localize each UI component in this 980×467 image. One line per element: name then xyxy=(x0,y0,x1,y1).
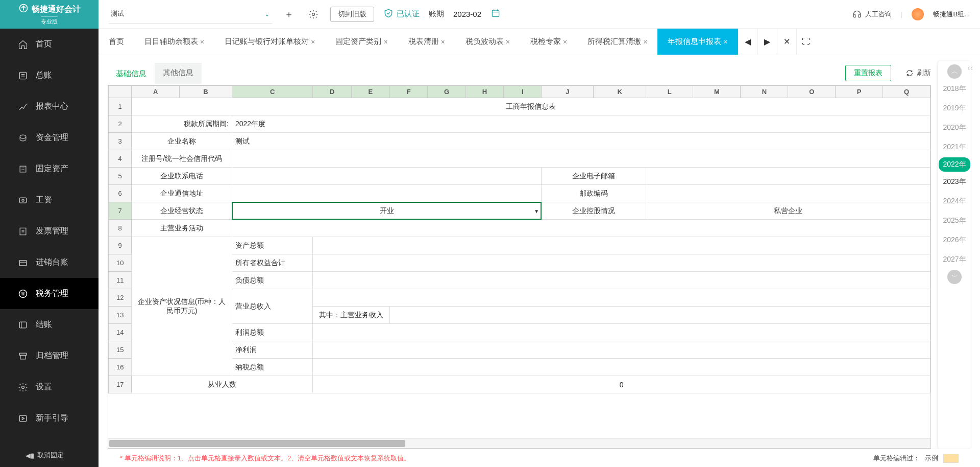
year-option[interactable]: 2020年 xyxy=(940,119,969,137)
year-scroll-up[interactable]: ︿ xyxy=(947,64,962,79)
row-header[interactable]: 2 xyxy=(109,115,132,133)
row-header[interactable]: 5 xyxy=(109,168,132,185)
close-icon[interactable]: × xyxy=(441,38,445,46)
cell-value[interactable] xyxy=(646,168,930,185)
year-option[interactable]: 2018年 xyxy=(940,80,969,98)
cell-value[interactable] xyxy=(313,359,930,376)
row-header[interactable]: 10 xyxy=(109,254,132,272)
tab-scroll-left[interactable]: ◀ xyxy=(738,29,757,55)
scrollbar-thumb[interactable] xyxy=(109,440,405,447)
col-header[interactable]: G xyxy=(428,86,466,98)
row-header[interactable]: 9 xyxy=(109,237,132,254)
tab-scroll-right[interactable]: ▶ xyxy=(757,29,777,55)
horizontal-scrollbar[interactable] xyxy=(108,438,930,448)
row-header[interactable]: 1 xyxy=(109,98,132,115)
col-header[interactable]: L xyxy=(646,86,693,98)
close-icon[interactable]: × xyxy=(563,38,567,46)
sidebar-item-reports[interactable]: 报表中心 xyxy=(0,91,99,122)
tab-tax-expert[interactable]: 税检专家× xyxy=(520,29,577,55)
year-option[interactable]: 2023年 xyxy=(940,173,969,191)
year-option[interactable]: 2022年 xyxy=(939,157,970,172)
row-header[interactable]: 6 xyxy=(109,185,132,202)
tab-home[interactable]: 首页 xyxy=(99,29,134,55)
row-header[interactable]: 17 xyxy=(109,376,132,393)
sidebar-item-funds[interactable]: 资金管理 xyxy=(0,122,99,153)
close-icon[interactable]: × xyxy=(643,38,647,46)
col-header[interactable]: A xyxy=(132,86,180,98)
refresh-button[interactable]: 刷新 xyxy=(905,68,931,78)
tab-income-tax[interactable]: 所得税汇算清缴× xyxy=(577,29,657,55)
year-option[interactable]: 2019年 xyxy=(940,99,969,118)
col-header[interactable]: F xyxy=(389,86,427,98)
subtab-other[interactable]: 其他信息 xyxy=(155,63,202,84)
sidebar-item-inventory[interactable]: 进销台账 xyxy=(0,247,99,278)
row-header[interactable]: 15 xyxy=(109,341,132,359)
cell-value[interactable] xyxy=(389,307,930,324)
col-header[interactable]: P xyxy=(836,86,883,98)
col-header[interactable]: C xyxy=(232,86,313,98)
period-value[interactable]: 2023-02 xyxy=(453,10,481,18)
tab-tax-fluc[interactable]: 税负波动表× xyxy=(455,29,520,55)
cell-value[interactable] xyxy=(313,289,930,307)
tab-journal[interactable]: 日记账与银行对账单核对× xyxy=(214,29,325,55)
calendar-icon[interactable] xyxy=(491,8,501,20)
cell-value[interactable] xyxy=(232,220,930,237)
row-header[interactable]: 16 xyxy=(109,359,132,376)
switch-old-button[interactable]: 切到旧版 xyxy=(330,7,374,22)
close-icon[interactable]: × xyxy=(311,38,315,46)
cell-value[interactable] xyxy=(313,324,930,341)
tab-annual-report[interactable]: 年报信息申报表× xyxy=(657,29,738,55)
sidebar-item-invoice[interactable]: 发票管理 xyxy=(0,216,99,247)
cell-value[interactable]: 私营企业 xyxy=(646,202,930,220)
col-header[interactable]: I xyxy=(504,86,542,98)
row-header[interactable]: 4 xyxy=(109,150,132,168)
close-icon[interactable]: × xyxy=(383,38,387,46)
col-header[interactable]: O xyxy=(788,86,836,98)
row-header[interactable]: 13 xyxy=(109,307,132,324)
cell-value[interactable]: 2022年度 xyxy=(232,115,930,133)
year-option[interactable]: 2021年 xyxy=(940,138,969,156)
sidebar-item-settings[interactable]: 设置 xyxy=(0,371,99,403)
year-option[interactable]: 2024年 xyxy=(940,192,969,211)
tab-tax-list[interactable]: 税表清册× xyxy=(398,29,455,55)
tab-balance[interactable]: 目目辅助余额表× xyxy=(134,29,214,55)
settings-button[interactable] xyxy=(306,7,321,22)
close-icon[interactable]: × xyxy=(723,38,727,46)
sidebar-item-tax[interactable]: 税务管理 xyxy=(0,278,99,309)
cell-value[interactable] xyxy=(313,254,930,272)
row-header[interactable]: 3 xyxy=(109,133,132,150)
sidebar-item-archive[interactable]: 归档管理 xyxy=(0,340,99,371)
pin-toggle[interactable]: ◀▮取消固定 xyxy=(0,448,99,463)
collapse-icon[interactable]: ‹‹ xyxy=(967,63,973,73)
username[interactable]: 畅捷通B组... xyxy=(933,10,970,19)
support-button[interactable]: 人工咨询 xyxy=(852,9,892,19)
col-header[interactable]: N xyxy=(741,86,788,98)
reset-button[interactable]: 重置报表 xyxy=(845,65,891,81)
row-header[interactable]: 11 xyxy=(109,272,132,289)
col-header[interactable]: J xyxy=(542,86,594,98)
dropdown-icon[interactable]: ▼ xyxy=(534,208,539,214)
cell-value[interactable] xyxy=(232,150,930,168)
corner-cell[interactable] xyxy=(109,86,132,98)
cell-value[interactable]: 测试 xyxy=(232,133,930,150)
avatar[interactable] xyxy=(912,8,924,20)
year-option[interactable]: 2026年 xyxy=(940,231,969,249)
year-scroll-down[interactable]: ﹀ xyxy=(947,270,962,284)
row-header[interactable]: 8 xyxy=(109,220,132,237)
cell-value[interactable] xyxy=(313,341,930,359)
col-header[interactable]: E xyxy=(351,86,389,98)
cell-value[interactable]: 0 xyxy=(313,376,930,393)
sidebar-item-assets[interactable]: 固定资产 xyxy=(0,153,99,184)
sidebar-item-close[interactable]: 结账 xyxy=(0,309,99,340)
sidebar-item-guide[interactable]: 新手引导 xyxy=(0,403,99,434)
spreadsheet[interactable]: A B C D E F G H I J K L M N O xyxy=(108,85,931,449)
subtab-basic[interactable]: 基础信息 xyxy=(108,63,155,84)
tab-fullscreen[interactable]: ⛶ xyxy=(796,29,816,55)
col-header[interactable]: K xyxy=(594,86,646,98)
sidebar-item-salary[interactable]: 工资 xyxy=(0,184,99,216)
sidebar-item-ledger[interactable]: 总账 xyxy=(0,60,99,91)
cell-value[interactable] xyxy=(313,272,930,289)
col-header[interactable]: Q xyxy=(883,86,930,98)
add-button[interactable]: ＋ xyxy=(281,7,297,22)
year-option[interactable]: 2025年 xyxy=(940,212,969,230)
